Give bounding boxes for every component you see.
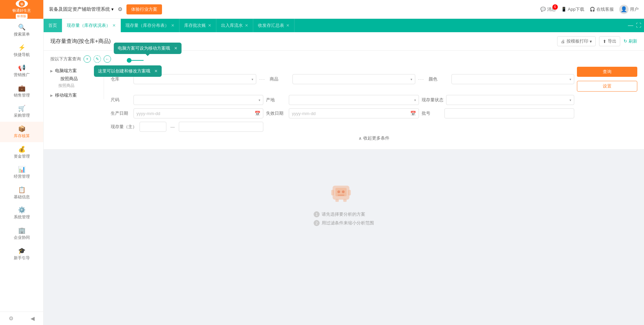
filter-row-2: 尺码 ▾ 产地 ▾ (111, 95, 637, 105)
svg-rect-7 (331, 190, 334, 196)
sidebar-item-guide[interactable]: 🎓 新手引导 (0, 244, 43, 264)
produce-date-calendar-icon[interactable]: 📅 (255, 111, 260, 116)
sidebar-item-baseinfo[interactable]: 📋 基础信息 (0, 183, 43, 203)
scheme-mobile-arrow: ▶ (50, 94, 53, 97)
tab-expand-btn[interactable]: ⛶ (636, 22, 641, 29)
back-scheme-btn[interactable]: ← (104, 55, 111, 63)
tooltip-edit: 这里可以创建和修改方案哦 ✕ (94, 65, 162, 77)
sidebar-item-inventory[interactable]: 📦 库存核算 (0, 122, 43, 142)
tab-flow[interactable]: 出入库流水 ✕ (216, 19, 253, 32)
sidebar-item-finance[interactable]: 💰 资金管理 (0, 142, 43, 163)
scheme-desktop[interactable]: ▶ 电脑端方案 (50, 67, 100, 75)
expire-date-input[interactable]: yyyy-mm-dd 📅 (289, 108, 419, 118)
username-label: 用户 (630, 6, 639, 12)
sidebar-item-operations[interactable]: 📊 经营管理 (0, 162, 43, 183)
settings-footer-btn[interactable]: ⚙ (9, 315, 13, 322)
app-logo-text: 畅通好生意 (12, 8, 31, 13)
tab-summary-close[interactable]: ✕ (286, 23, 289, 28)
reset-button[interactable]: 设置 (577, 81, 637, 92)
color-select[interactable]: ▾ (451, 74, 574, 84)
sidebar-item-purchase[interactable]: 🛒 采购管理 (0, 101, 43, 122)
filter-area: 按以下方案查询 + ✎ ← 电脑方案可设为移动方案哦 ✕ 这里可以创建和修改方案… (44, 51, 644, 150)
refresh-btn[interactable]: ↻ 刷新 (624, 38, 637, 44)
collapse-icon: ∧ (359, 136, 362, 141)
collapse-conditions-btn[interactable]: ∧ 收起更多条件 (111, 132, 637, 145)
goods-dots[interactable]: ⋯ (418, 75, 426, 83)
stock-status-select[interactable]: ▾ (446, 95, 574, 105)
tab-summary[interactable]: 收发存汇总表 ✕ (253, 19, 294, 32)
batch-input[interactable] (444, 108, 574, 118)
tab-stock-dist-label: 现存量（库存分布表） (125, 22, 169, 29)
tab-summary-label: 收发存汇总表 (258, 22, 284, 29)
goods-select[interactable]: ▾ (292, 74, 415, 84)
scheme-desktop-label: 电脑端方案 (55, 68, 77, 74)
warehouse-dots[interactable]: ⋯ (259, 75, 267, 83)
system-selector-arrow: ▾ (111, 7, 114, 12)
enterprise-icon: 🏢 (18, 227, 25, 234)
sidebar-item-search[interactable]: 🔍 搜索菜单 (0, 20, 43, 41)
add-scheme-btn[interactable]: + (84, 55, 91, 63)
tab-stock-status[interactable]: 现存量（库存状况表） ✕ (62, 19, 121, 32)
sidebar-item-system-label: 系统管理 (14, 215, 30, 220)
trial-button[interactable]: 体验行业方案 (126, 4, 162, 14)
svg-point-4 (337, 191, 340, 193)
app-download-item[interactable]: 📱 App下载 (561, 6, 584, 12)
sales-icon: 💼 (18, 85, 25, 92)
tab-stock-dist[interactable]: 现存量（库存分布表） ✕ (121, 19, 179, 32)
sidebar-item-quicknav[interactable]: ⚡ 快捷导航 (0, 41, 43, 61)
tab-home[interactable]: 首页 (44, 19, 62, 32)
sidebar-item-marketing[interactable]: 📢 营销推广 (0, 61, 43, 81)
stock-main-to-input[interactable] (179, 122, 263, 132)
scheme-desktop-sub[interactable]: 按照商品 (50, 75, 100, 83)
user-item[interactable]: 👤 用户 (619, 5, 639, 14)
export-btn[interactable]: ⬆ 导出 (599, 36, 620, 46)
sidebar-item-enterprise[interactable]: 🏢 企业协同 (0, 223, 43, 244)
batch-cell: 批号 (422, 108, 574, 118)
export-label: 导出 (608, 38, 616, 44)
filter-row-4: 现存量（主） — (111, 122, 637, 132)
sidebar-item-sales[interactable]: 💼 销售管理 (0, 81, 43, 102)
user-avatar: 👤 (619, 5, 629, 14)
produce-date-input[interactable]: yyyy-mm-dd 📅 (133, 108, 263, 118)
search-button[interactable]: 查询 (577, 67, 637, 77)
notification-item[interactable]: 💬 消息 6 (540, 6, 556, 12)
sidebar-item-operations-label: 经营管理 (14, 174, 30, 179)
online-service-item[interactable]: 🎧 在线客服 (590, 6, 614, 12)
print-btn[interactable]: 🖨 按模板打印 ▾ (557, 36, 596, 46)
tab-stock-status-label: 现存量（库存状况表） (67, 22, 110, 29)
color-label: 颜色 (429, 76, 449, 82)
filter-row-1: 仓库 ▾ ⋯ 商品 ▾ (111, 67, 637, 92)
svg-rect-6 (338, 195, 344, 196)
sidebar-item-quicknav-label: 快捷导航 (14, 52, 30, 58)
empty-illustration (327, 176, 361, 203)
collapse-sidebar-btn[interactable]: ◀ (31, 315, 35, 322)
print-label: 按模板打印 (567, 38, 588, 44)
tab-batch-account[interactable]: 库存批次账 ✕ (179, 19, 216, 32)
size-select[interactable]: ▾ (133, 95, 263, 105)
tab-minimize-btn[interactable]: — (628, 22, 633, 29)
baseinfo-icon: 📋 (18, 186, 25, 194)
tab-flow-close[interactable]: ✕ (245, 23, 248, 28)
tab-stock-dist-close[interactable]: ✕ (171, 23, 174, 28)
search-btn-group: 查询 设置 (577, 67, 637, 92)
origin-select[interactable]: ▾ (289, 95, 419, 105)
collapse-label: 收起更多条件 (363, 135, 389, 141)
goods-label: 商品 (270, 76, 290, 82)
scheme-mobile[interactable]: ▶ 移动端方案 (50, 91, 100, 99)
main-content: 现存量查询(按仓库+商品) 🖨 按模板打印 ▾ ⬆ 导出 ↻ 刷新 按以下方案查… (44, 32, 644, 325)
goods-cell: 商品 ▾ (270, 74, 415, 84)
sidebar-item-finance-label: 资金管理 (14, 154, 30, 159)
service-icon: 🎧 (590, 7, 595, 12)
tooltip-scheme-close[interactable]: ✕ (174, 46, 177, 51)
stock-main-from-input[interactable] (140, 122, 166, 132)
expire-date-calendar-icon[interactable]: 📅 (410, 111, 416, 116)
tab-stock-status-close[interactable]: ✕ (112, 23, 116, 28)
system-settings-icon[interactable]: ⚙ (118, 6, 122, 12)
tooltip-edit-close[interactable]: ✕ (154, 69, 158, 73)
tab-batch-account-close[interactable]: ✕ (208, 23, 211, 28)
edit-scheme-btn[interactable]: ✎ (94, 55, 101, 63)
system-selector[interactable]: 装备及固定资产辅助管理系统 ▾ (49, 6, 114, 12)
svg-rect-8 (348, 190, 351, 196)
sidebar-item-system[interactable]: ⚙️ 系统管理 (0, 203, 43, 223)
print-arrow: ▾ (590, 39, 592, 44)
